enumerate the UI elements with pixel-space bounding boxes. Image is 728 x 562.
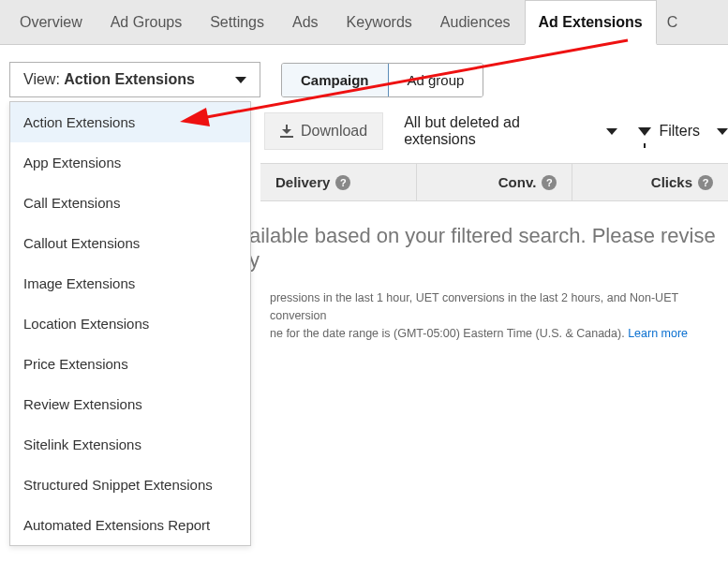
tab-ads[interactable]: Ads	[278, 0, 333, 44]
download-label: Download	[301, 123, 367, 140]
dropdown-item-sitelink-extensions[interactable]: Sitelink Extensions	[10, 424, 250, 465]
note-line-a: pressions in the last 1 hour, UET conver…	[270, 291, 678, 322]
caret-down-icon	[717, 128, 728, 135]
tab-settings[interactable]: Settings	[196, 0, 278, 44]
column-label: Clicks	[651, 174, 692, 190]
top-tab-bar: Overview Ad Groups Settings Ads Keywords…	[0, 0, 728, 45]
tab-ad-extensions[interactable]: Ad Extensions	[525, 0, 657, 45]
column-conv[interactable]: Conv. ?	[416, 164, 572, 200]
note-line-b: ne for the date range is (GMT-05:00) Eas…	[270, 327, 628, 340]
column-label: Conv.	[498, 174, 537, 190]
dropdown-item-action-extensions[interactable]: Action Extensions	[10, 102, 250, 142]
dropdown-item-location-extensions[interactable]: Location Extensions	[10, 303, 250, 344]
dropdown-item-call-extensions[interactable]: Call Extensions	[10, 183, 250, 223]
empty-state-area: ailable based on your filtered search. P…	[242, 201, 728, 351]
dropdown-item-structured-snippet-extensions[interactable]: Structured Snippet Extensions	[10, 465, 250, 505]
empty-state-note: pressions in the last 1 hour, UET conver…	[249, 289, 728, 342]
tab-keywords[interactable]: Keywords	[333, 0, 426, 44]
dropdown-item-review-extensions[interactable]: Review Extensions	[10, 384, 250, 424]
download-icon	[280, 125, 293, 138]
funnel-icon	[638, 127, 651, 136]
column-label: Delivery	[275, 174, 330, 190]
table-header-row: Delivery ? Conv. ? Clicks ?	[260, 163, 728, 201]
dropdown-item-price-extensions[interactable]: Price Extensions	[10, 344, 250, 384]
empty-state-headline: ailable based on your filtered search. P…	[249, 224, 728, 273]
dropdown-item-image-extensions[interactable]: Image Extensions	[10, 263, 250, 303]
dropdown-item-automated-extensions-report[interactable]: Automated Extensions Report	[10, 505, 250, 545]
dropdown-item-callout-extensions[interactable]: Callout Extensions	[10, 223, 250, 263]
filter-scope-dropdown[interactable]: All but deleted ad extensions	[404, 114, 617, 148]
view-dropdown-trigger[interactable]: View: Action Extensions	[9, 62, 260, 97]
filters-label: Filters	[659, 123, 700, 140]
download-button[interactable]: Download	[264, 112, 383, 150]
caret-down-icon	[235, 77, 246, 83]
tab-overview[interactable]: Overview	[6, 0, 97, 44]
scope-campaign-button[interactable]: Campaign	[281, 63, 389, 97]
view-dropdown-panel: Action Extensions App Extensions Call Ex…	[9, 101, 251, 546]
help-icon[interactable]: ?	[335, 175, 350, 190]
tab-cutoff[interactable]: C	[657, 0, 685, 44]
scope-toggle-group: Campaign Ad group	[281, 63, 483, 97]
view-selected-value: Action Extensions	[64, 71, 195, 87]
tab-audiences[interactable]: Audiences	[426, 0, 525, 44]
scope-adgroup-button[interactable]: Ad group	[388, 64, 483, 96]
dropdown-item-app-extensions[interactable]: App Extensions	[10, 142, 250, 183]
filter-scope-label: All but deleted ad extensions	[404, 114, 589, 148]
filters-dropdown[interactable]: Filters	[638, 123, 728, 140]
caret-down-icon	[606, 128, 617, 135]
help-icon[interactable]: ?	[698, 175, 713, 190]
help-icon[interactable]: ?	[542, 175, 557, 190]
tab-ad-groups[interactable]: Ad Groups	[97, 0, 196, 44]
view-label: View:	[23, 71, 64, 87]
column-clicks[interactable]: Clicks ?	[572, 164, 728, 200]
learn-more-link[interactable]: Learn more	[628, 327, 688, 340]
column-delivery[interactable]: Delivery ?	[260, 164, 416, 200]
